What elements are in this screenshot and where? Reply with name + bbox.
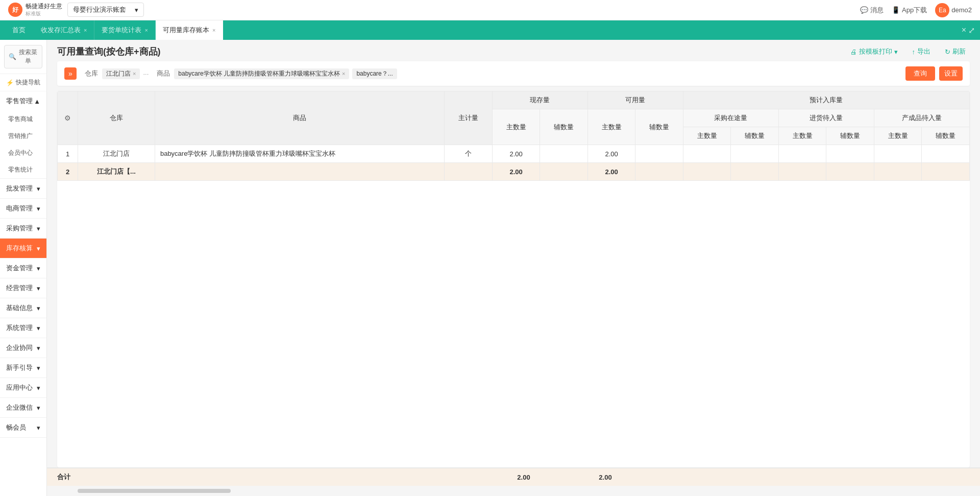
query-btn[interactable]: 查询 <box>905 66 935 81</box>
user-btn[interactable]: Ea demo2 <box>935 3 972 17</box>
main-layout: 🔍 搜索菜单 ⚡ 快捷导航 零售管理 ▲ 零售商城 营销推广 会员中心 零售统计… <box>0 40 980 496</box>
refresh-btn[interactable]: ↻ 刷新 <box>941 45 970 58</box>
table-row: 1江北门店babycare学饮杯 儿童防摔防撞吸管杯重力球吸嘴杯宝宝水杯个2.0… <box>58 145 970 163</box>
sidebar-group-appstore-header[interactable]: 应用中心 ▾ <box>0 378 46 397</box>
sidebar-group-member-header[interactable]: 畅会员 ▾ <box>0 418 46 437</box>
logo-subtitle: 标准版 <box>26 10 62 17</box>
filter-warehouse-group: 仓库 江北门店 × ··· <box>85 68 149 79</box>
sidebar-item-member-center[interactable]: 会员中心 <box>0 145 46 161</box>
tab-receive-summary[interactable]: 收发存汇总表 × <box>34 20 94 40</box>
chevron-icon-ecommerce: ▾ <box>37 205 40 212</box>
sidebar-group-guide-header[interactable]: 新手引导 ▾ <box>0 358 46 377</box>
footer-on-hand-main: 2.00 <box>503 474 544 481</box>
th-planned-in: 预计入库量 <box>683 91 969 109</box>
tab-requisition-stats[interactable]: 要货单统计表 × <box>94 20 155 40</box>
sidebar-group-wechat-header[interactable]: 企业微信 ▾ <box>0 398 46 417</box>
sidebar-group-basic-header[interactable]: 基础信息 ▾ <box>0 298 46 318</box>
warehouse-filter-label: 仓库 <box>85 69 98 78</box>
chevron-icon-stock: ▾ <box>37 245 40 252</box>
table-cell: 江北门店【... <box>78 163 155 181</box>
tab-available-stock[interactable]: 可用量库存账本 × <box>156 20 223 40</box>
sidebar-group-retail-header[interactable]: 零售管理 ▲ <box>0 91 46 111</box>
sidebar-group-purchase-header[interactable]: 采购管理 ▾ <box>0 219 46 238</box>
nav-spacer <box>223 20 956 40</box>
tab-requisition-stats-close[interactable]: × <box>144 27 148 33</box>
filter-more-icon[interactable]: ··· <box>143 70 149 78</box>
table-cell <box>778 145 826 163</box>
sidebar-group-system-header[interactable]: 系统管理 ▾ <box>0 318 46 338</box>
search-menu-btn[interactable]: 🔍 搜索菜单 <box>4 45 42 68</box>
table-cell: 2.00 <box>492 145 540 163</box>
tab-receive-summary-close[interactable]: × <box>84 27 87 33</box>
sidebar-group-enterprise-header[interactable]: 企业协同 ▾ <box>0 338 46 358</box>
sidebar-group-finance-header[interactable]: 资金管理 ▾ <box>0 258 46 278</box>
table-cell: 江北门店 <box>78 145 155 163</box>
top-bar: 好 畅捷通好生意 标准版 母婴行业演示账套 ▾ 💬 消息 📱 App下载 Ea … <box>0 0 980 20</box>
page-header: 可用量查询(按仓库+商品) 🖨 按模板打印 ▾ ↑ 导出 ↻ 刷新 <box>47 40 980 61</box>
sidebar-group-wholesale: 批发管理 ▾ <box>0 179 46 199</box>
sidebar-group-finance: 资金管理 ▾ <box>0 258 46 278</box>
th-product: 商品 <box>155 91 444 145</box>
table-cell <box>826 145 874 163</box>
nav-window-btns: × ⤢ <box>957 20 980 40</box>
table-footer: 合计 2.00 2.00 <box>47 467 980 486</box>
th-settings[interactable]: ⚙ <box>58 91 78 145</box>
table-row: 2江北门店【...2.002.00 <box>58 163 970 181</box>
product-tag-close-0[interactable]: × <box>342 70 345 77</box>
scroll-thumb[interactable] <box>78 489 231 493</box>
product-tag-1: babycare？... <box>352 68 397 79</box>
sidebar-group-stock-label: 库存核算 <box>6 244 33 253</box>
sidebar-group-enterprise: 企业协同 ▾ <box>0 338 46 358</box>
settings-btn[interactable]: 设置 <box>939 66 963 81</box>
sidebar-group-ecommerce-header[interactable]: 电商管理 ▾ <box>0 199 46 218</box>
home-label: 首页 <box>12 26 26 35</box>
sidebar-group-operations: 经营管理 ▾ <box>0 278 46 298</box>
sidebar-group-stock-header[interactable]: 库存核算 ▾ <box>0 239 46 258</box>
sidebar-item-quick-nav[interactable]: ⚡ 快捷导航 <box>0 74 46 91</box>
th-on-hand: 现存量 <box>492 91 587 109</box>
th-production-pending: 产成品待入量 <box>874 109 969 127</box>
table-cell <box>683 145 731 163</box>
product-tag-text-0: babycare学饮杯 儿童防摔防撞吸管杯重力球吸嘴杯宝宝水杯 <box>178 69 340 78</box>
sidebar-group-wholesale-header[interactable]: 批发管理 ▾ <box>0 179 46 198</box>
sidebar-group-wechat-label: 企业微信 <box>6 403 33 412</box>
message-btn[interactable]: 💬 消息 <box>860 6 884 15</box>
workspace-selector[interactable]: 母婴行业演示账套 ▾ <box>67 3 144 17</box>
sidebar-item-marketing[interactable]: 营销推广 <box>0 128 46 145</box>
workspace-name: 母婴行业演示账套 <box>73 5 126 14</box>
table-cell: 1 <box>58 145 78 163</box>
table-cell <box>540 145 588 163</box>
chevron-icon-wechat: ▾ <box>37 404 40 412</box>
filter-expand-btn[interactable]: » <box>64 67 77 80</box>
table-cell: 2.00 <box>492 163 540 181</box>
quick-nav-icon: ⚡ <box>6 79 14 86</box>
tab-available-stock-close[interactable]: × <box>212 27 215 33</box>
search-menu-label: 搜索菜单 <box>18 48 38 65</box>
sidebar-group-enterprise-label: 企业协同 <box>6 343 33 352</box>
print-btn[interactable]: 🖨 按模板打印 ▾ <box>846 45 902 58</box>
quick-nav-label: 快捷导航 <box>16 78 40 87</box>
bottom-scroll[interactable] <box>57 488 970 494</box>
top-bar-left: 好 畅捷通好生意 标准版 母婴行业演示账套 ▾ <box>8 3 144 17</box>
th-purchase-main: 主数量 <box>683 127 731 145</box>
table-cell: 2.00 <box>587 163 635 181</box>
warehouse-tag-close[interactable]: × <box>133 70 136 77</box>
window-maximize-icon[interactable]: ⤢ <box>968 26 975 35</box>
print-label: 按模板打印 <box>859 47 892 56</box>
tab-home[interactable]: 首页 <box>4 20 34 40</box>
settings-gear-icon[interactable]: ⚙ <box>64 114 71 122</box>
window-close-icon[interactable]: × <box>962 26 966 35</box>
footer-label: 合计 <box>57 473 159 482</box>
export-btn[interactable]: ↑ 导出 <box>908 45 935 58</box>
sidebar-group-member: 畅会员 ▾ <box>0 418 46 438</box>
th-available-aux: 辅数量 <box>635 109 683 145</box>
th-on-hand-main: 主数量 <box>492 109 540 145</box>
page-actions: 🖨 按模板打印 ▾ ↑ 导出 ↻ 刷新 <box>846 45 970 58</box>
th-warehouse: 仓库 <box>78 91 155 145</box>
th-incoming-aux: 辅数量 <box>826 127 874 145</box>
sidebar-item-retail-stats[interactable]: 零售统计 <box>0 161 46 178</box>
app-download-btn[interactable]: 📱 App下载 <box>892 6 927 15</box>
sidebar-item-retail-mall[interactable]: 零售商城 <box>0 111 46 128</box>
sidebar-group-operations-header[interactable]: 经营管理 ▾ <box>0 278 46 298</box>
chevron-icon-member: ▾ <box>37 424 40 432</box>
